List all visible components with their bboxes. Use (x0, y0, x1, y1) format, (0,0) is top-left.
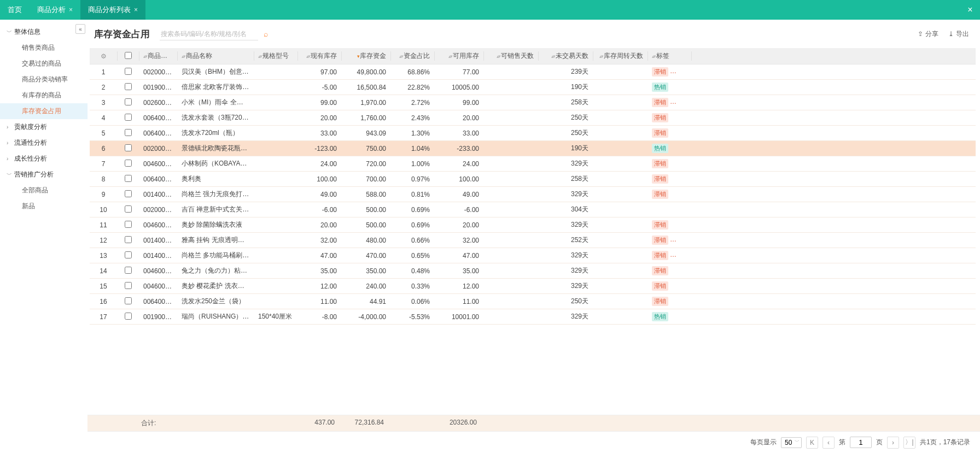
close-icon[interactable]: × (134, 6, 138, 14)
table-scroll[interactable]: ⚙ ▴▾商品… ▴▾商品名称 ▴▾规格型号 ▴▾现有库存 ▾库存资金 ▴▾资金占… (88, 48, 980, 415)
row-checkbox[interactable] (125, 114, 132, 121)
col-turnover[interactable]: ▴▾库存周转天数 (593, 48, 648, 64)
row-checkbox[interactable] (125, 205, 132, 213)
row-checkbox[interactable] (125, 129, 132, 136)
row-index: 7 (90, 156, 117, 172)
row-checkbox[interactable] (125, 267, 132, 274)
first-page-button[interactable]: K (806, 437, 818, 449)
search-icon[interactable]: ⌕ (264, 30, 268, 38)
table-row[interactable]: 9001400…尚格兰 强力无痕免打孔浴室49.00588.000.81%49.… (90, 187, 976, 202)
export-button[interactable]: ⤓导出 (948, 30, 969, 39)
close-icon[interactable]: × (69, 6, 73, 14)
share-button[interactable]: ⇪分享 (918, 30, 938, 39)
col-spec[interactable]: ▴▾规格型号 (254, 48, 298, 64)
table-row[interactable]: 13001400…尚格兰 多功能马桶刷套装 马47.00470.000.65%4… (90, 248, 976, 263)
sidebar-section-contribution[interactable]: ›贡献度分析 (0, 119, 88, 135)
row-checkbox[interactable] (125, 83, 132, 90)
col-name[interactable]: ▴▾商品名称 (177, 48, 254, 64)
table-row[interactable]: 1002000…贝汉美（BHM）创意北欧风97.0049,800.0068.86… (90, 64, 976, 80)
table-row[interactable]: 15004600…奥妙 樱花柔护 洗衣凝珠 1012.00240.000.33%… (90, 279, 976, 294)
cell-fund: 49,800.00 (341, 64, 390, 80)
cell-spec: 150*40厘米 (254, 309, 298, 325)
table-row[interactable]: 11004600…奥妙 除菌除螨洗衣液20.00500.000.69%20.00… (90, 217, 976, 233)
prev-page-button[interactable]: ‹ (822, 437, 835, 449)
table-row[interactable]: 2001900…倍思家 北欧客厅装饰画卧室-5.0016,500.8422.82… (90, 80, 976, 95)
cell-notrade: 329天 (538, 187, 593, 202)
table-row[interactable]: 17001900…瑞尚（RUISHANG）卧室现150*40厘米-8.00-4,… (90, 309, 976, 325)
top-tab-bar: 首页 商品分析× 商品分析列表× × (0, 0, 980, 20)
row-checkbox[interactable] (125, 236, 132, 243)
next-page-button[interactable]: › (887, 437, 899, 449)
row-index: 2 (90, 80, 117, 95)
sidebar-item[interactable]: 新品 (0, 198, 88, 214)
table-row[interactable]: 5006400…洗发水720ml（瓶）33.00943.091.30%33.00… (90, 126, 976, 141)
sidebar-item[interactable]: 交易过的商品 (0, 56, 88, 72)
table-row[interactable]: 12001400…雅高 挂钩 无痕透明粘钩 强32.00480.000.66%3… (90, 233, 976, 248)
sidebar-item[interactable]: 库存资金占用 (0, 103, 88, 119)
cell-avail: 10001.00 (434, 309, 483, 325)
row-checkbox[interactable] (125, 68, 132, 75)
page-input[interactable] (850, 437, 872, 448)
table-row[interactable]: 3002600…小米（MI）雨伞 全自动折叠99.001,970.002.72%… (90, 95, 976, 110)
table-row[interactable]: 10002000…吉百 禅意新中式玄关摆件客-6.00500.000.69%-6… (90, 202, 976, 217)
sidebar-section-liquidity[interactable]: ›流通性分析 (0, 135, 88, 151)
search-input[interactable] (160, 28, 258, 40)
row-checkbox[interactable] (125, 160, 132, 167)
table-row[interactable]: 14004600…兔之力（兔の力）粘毛器粘35.00350.000.48%35.… (90, 263, 976, 279)
per-page-select[interactable]: 50 (781, 437, 802, 448)
tab-analysis[interactable]: 商品分析× (30, 0, 80, 20)
cell-avail: 10005.00 (434, 80, 483, 95)
sidebar-section-overall[interactable]: ﹀整体信息 (0, 24, 88, 40)
cell-saledays (483, 233, 538, 248)
cell-code: 001900… (139, 80, 177, 95)
collapse-sidebar-button[interactable]: « (75, 24, 85, 34)
row-checkbox[interactable] (125, 297, 132, 304)
col-code[interactable]: ▴▾商品… (139, 48, 177, 64)
last-page-button[interactable]: 〉| (903, 437, 915, 449)
row-checkbox[interactable] (125, 282, 132, 289)
cell-code: 001400… (139, 233, 177, 248)
slow-tag: 滞销 (652, 98, 668, 107)
cell-avail: 47.00 (434, 248, 483, 263)
tab-home[interactable]: 首页 (0, 0, 30, 20)
table-row[interactable]: 7004600…小林制药（KOBAYASHI）日24.00720.001.00%… (90, 156, 976, 172)
slow-tag: 滞销 (652, 113, 668, 122)
select-all-checkbox[interactable] (125, 52, 132, 59)
table-row[interactable]: 8006400…奥利奥100.00700.000.97%100.00258天滞销 (90, 172, 976, 187)
col-pct[interactable]: ▴▾资金占比 (390, 48, 434, 64)
sidebar-item[interactable]: 商品分类动销率 (0, 72, 88, 87)
sidebar-section-marketing[interactable]: ﹀营销推广分析 (0, 167, 88, 183)
col-tags[interactable]: ▴▾标签 (648, 48, 691, 64)
sidebar-item[interactable]: 全部商品 (0, 183, 88, 198)
cell-name: 洗发水套装（3瓶720ml+1） (177, 110, 254, 126)
slow-tag: 滞销 (652, 220, 668, 230)
sidebar-item[interactable]: 有库存的商品 (0, 87, 88, 103)
row-checkbox[interactable] (125, 190, 132, 197)
row-checkbox[interactable] (125, 175, 132, 182)
row-checkbox[interactable] (125, 313, 132, 320)
close-all-icon[interactable]: × (960, 0, 980, 20)
cell-notrade: 190天 (538, 80, 593, 95)
row-checkbox[interactable] (125, 221, 132, 228)
totals-stock: 437.00 (295, 415, 339, 431)
table-row[interactable]: 4006400…洗发水套装（3瓶720ml+1）20.001,760.002.4… (90, 110, 976, 126)
sidebar: « ﹀整体信息 销售类商品交易过的商品商品分类动销率有库存的商品库存资金占用 ›… (0, 20, 88, 453)
col-avail[interactable]: ▴▾可用库存 (434, 48, 483, 64)
sidebar-section-growth[interactable]: ›成长性分析 (0, 151, 88, 167)
hot-tag: 热销 (652, 144, 668, 153)
col-saledays[interactable]: ▴▾可销售天数 (483, 48, 538, 64)
table-row[interactable]: 6002000…景德镇北欧陶瓷花瓶摆件 侘-123.00750.001.04%-… (90, 141, 976, 156)
sidebar-item[interactable]: 销售类商品 (0, 40, 88, 56)
col-fund[interactable]: ▾库存资金 (341, 48, 390, 64)
col-notrade[interactable]: ▴▾未交易天数 (538, 48, 593, 64)
cell-pct: 0.81% (390, 187, 434, 202)
col-gear[interactable]: ⚙ (90, 48, 117, 64)
cell-saledays (483, 187, 538, 202)
row-checkbox[interactable] (125, 144, 132, 151)
cell-tags: 滞销热销 (648, 95, 691, 110)
table-row[interactable]: 16006400…洗发水250金兰（袋）11.0044.910.06%11.00… (90, 294, 976, 309)
col-stock[interactable]: ▴▾现有库存 (298, 48, 341, 64)
row-checkbox[interactable] (125, 251, 132, 258)
row-checkbox[interactable] (125, 98, 132, 105)
tab-analysis-list[interactable]: 商品分析列表× (80, 0, 145, 20)
